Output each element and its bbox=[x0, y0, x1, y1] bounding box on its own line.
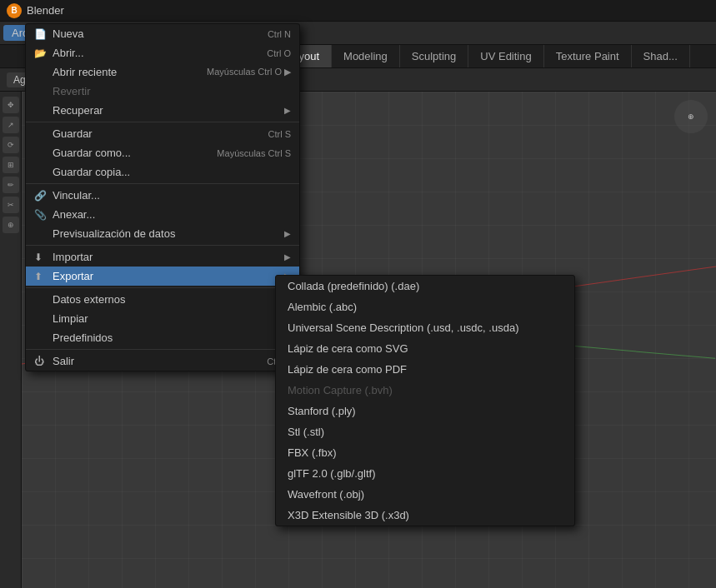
revertir-label: Revertir bbox=[53, 85, 91, 97]
nueva-shortcut: Ctrl N bbox=[268, 29, 291, 39]
recuperar-arrow: ▶ bbox=[284, 106, 291, 115]
prev-datos-arrow: ▶ bbox=[284, 229, 291, 238]
export-stl[interactable]: Stl (.stl) bbox=[276, 421, 574, 442]
abrir-reciente-shortcut: Mayúsculas Ctrl O ▶ bbox=[207, 67, 291, 77]
guardar-como-shortcut: Mayúsculas Ctrl S bbox=[217, 148, 291, 158]
limpiar-label: Limpiar bbox=[53, 312, 88, 325]
menu-importar[interactable]: ⬇ Importar ▶ bbox=[26, 247, 299, 267]
guardar-como-label: Guardar como... bbox=[53, 147, 131, 159]
menu-exportar[interactable]: ⬆ Exportar ▶ bbox=[26, 267, 299, 286]
menu-recuperar[interactable]: Recuperar ▶ bbox=[26, 101, 299, 120]
nueva-icon: 📄 bbox=[34, 28, 48, 40]
export-ply[interactable]: Stanford (.ply) bbox=[276, 401, 574, 421]
tab-shading[interactable]: Shad... bbox=[632, 45, 690, 67]
menu-abrir-reciente[interactable]: Abrir reciente Mayúsculas Ctrl O ▶ bbox=[26, 62, 299, 82]
export-fbx[interactable]: FBX (.fbx) bbox=[276, 442, 574, 463]
salir-label: Salir bbox=[53, 355, 74, 367]
viewport-gizmo[interactable]: ⊕ bbox=[674, 100, 708, 133]
left-sidebar: ✥ ↗ ⟳ ⊞ ✏ ✂ ⊕ bbox=[0, 92, 22, 588]
menu-salir[interactable]: ⏻ Salir Ctrl Q bbox=[26, 351, 299, 371]
guardar-label: Guardar bbox=[53, 127, 93, 140]
sidebar-tool-5[interactable]: ✏ bbox=[3, 177, 19, 193]
exportar-label: Exportar bbox=[53, 270, 93, 282]
sidebar-tool-7[interactable]: ⊕ bbox=[3, 217, 19, 233]
tab-uv-editing[interactable]: UV Editing bbox=[468, 45, 543, 67]
export-obj[interactable]: Wavefront (.obj) bbox=[276, 484, 574, 505]
divider-2 bbox=[26, 183, 299, 184]
menu-vincular[interactable]: 🔗 Vincular... bbox=[26, 186, 299, 205]
export-alembic-label: Alembic (.abc) bbox=[288, 301, 357, 313]
sidebar-tool-4[interactable]: ⊞ bbox=[3, 157, 19, 173]
menu-nueva[interactable]: 📄 Nueva Ctrl N bbox=[26, 24, 299, 43]
vincular-icon: 🔗 bbox=[34, 190, 48, 202]
blender-logo-icon: B bbox=[7, 3, 22, 18]
app-title: Blender bbox=[27, 4, 64, 17]
export-gltf[interactable]: glTF 2.0 (.glb/.gltf) bbox=[276, 463, 574, 484]
menu-predefinidos[interactable]: Predefinidos ▶ bbox=[26, 328, 299, 347]
menu-abrir[interactable]: 📂 Abrir... Ctrl O bbox=[26, 43, 299, 62]
abrir-label: Abrir... bbox=[53, 47, 84, 59]
abrir-icon: 📂 bbox=[34, 47, 48, 59]
anexar-label: Anexar... bbox=[53, 208, 95, 221]
sidebar-tool-6[interactable]: ✂ bbox=[3, 197, 19, 213]
tab-sculpting[interactable]: Sculpting bbox=[400, 45, 468, 67]
salir-icon: ⏻ bbox=[34, 356, 48, 367]
export-stl-label: Stl (.stl) bbox=[288, 426, 324, 438]
sidebar-tool-2[interactable]: ↗ bbox=[3, 117, 19, 133]
menu-guardar-copia[interactable]: Guardar copia... bbox=[26, 162, 299, 182]
menu-guardar-como[interactable]: Guardar como... Mayúsculas Ctrl S bbox=[26, 143, 299, 162]
importar-icon: ⬇ bbox=[34, 252, 48, 263]
divider-4 bbox=[26, 287, 299, 288]
menu-datos-ext[interactable]: Datos externos ▶ bbox=[26, 290, 299, 309]
export-bvh-label: Motion Capture (.bvh) bbox=[288, 384, 393, 396]
export-alembic[interactable]: Alembic (.abc) bbox=[276, 296, 574, 317]
export-bvh: Motion Capture (.bvh) bbox=[276, 380, 574, 401]
menu-revertir: Revertir bbox=[26, 82, 299, 101]
importar-arrow: ▶ bbox=[284, 252, 291, 262]
divider-1 bbox=[26, 122, 299, 122]
menu-guardar[interactable]: Guardar Ctrl S bbox=[26, 124, 299, 143]
topbar: B Blender bbox=[0, 0, 716, 22]
archivo-dropdown: 📄 Nueva Ctrl N 📂 Abrir... Ctrl O Abrir r… bbox=[25, 23, 300, 371]
datos-ext-label: Datos externos bbox=[53, 293, 125, 306]
guardar-copia-label: Guardar copia... bbox=[53, 166, 130, 178]
export-svg[interactable]: Lápiz de cera como SVG bbox=[276, 338, 574, 359]
tab-texture-paint[interactable]: Texture Paint bbox=[544, 45, 632, 67]
predefinidos-label: Predefinidos bbox=[53, 331, 113, 344]
export-usd[interactable]: Universal Scene Description (.usd, .usdc… bbox=[276, 317, 574, 338]
export-obj-label: Wavefront (.obj) bbox=[288, 488, 364, 501]
importar-label: Importar bbox=[53, 251, 93, 263]
export-collada[interactable]: Collada (predefinido) (.dae) bbox=[276, 276, 574, 296]
menu-anexar[interactable]: 📎 Anexar... bbox=[26, 205, 299, 224]
export-ply-label: Stanford (.ply) bbox=[288, 405, 356, 417]
export-pdf[interactable]: Lápiz de cera como PDF bbox=[276, 359, 574, 380]
abrir-shortcut: Ctrl O bbox=[267, 48, 291, 58]
menu-limpiar[interactable]: Limpiar ▶ bbox=[26, 309, 299, 328]
menu-prev-datos[interactable]: Previsualización de datos ▶ bbox=[26, 224, 299, 243]
sidebar-tool-3[interactable]: ⟳ bbox=[3, 137, 19, 153]
divider-3 bbox=[26, 245, 299, 246]
nueva-label: Nueva bbox=[53, 27, 84, 40]
prev-datos-label: Previsualización de datos bbox=[53, 227, 175, 240]
tab-modeling[interactable]: Modeling bbox=[332, 45, 400, 67]
abrir-reciente-label: Abrir reciente bbox=[53, 66, 117, 78]
guardar-shortcut: Ctrl S bbox=[268, 129, 292, 139]
vincular-label: Vincular... bbox=[53, 189, 100, 202]
exportar-icon: ⬆ bbox=[34, 271, 48, 282]
export-collada-label: Collada (predefinido) (.dae) bbox=[288, 280, 419, 292]
sidebar-tool-1[interactable]: ✥ bbox=[3, 97, 19, 113]
divider-5 bbox=[26, 349, 299, 350]
export-x3d[interactable]: X3D Extensible 3D (.x3d) bbox=[276, 505, 574, 526]
recuperar-label: Recuperar bbox=[53, 104, 103, 117]
export-usd-label: Universal Scene Description (.usd, .usdc… bbox=[288, 321, 518, 334]
anexar-icon: 📎 bbox=[34, 209, 48, 221]
export-submenu: Collada (predefinido) (.dae) Alembic (.a… bbox=[275, 275, 575, 526]
export-gltf-label: glTF 2.0 (.glb/.gltf) bbox=[288, 467, 375, 480]
export-pdf-label: Lápiz de cera como PDF bbox=[288, 363, 407, 376]
export-x3d-label: X3D Extensible 3D (.x3d) bbox=[288, 509, 409, 521]
export-fbx-label: FBX (.fbx) bbox=[288, 446, 337, 459]
export-svg-label: Lápiz de cera como SVG bbox=[288, 342, 408, 355]
